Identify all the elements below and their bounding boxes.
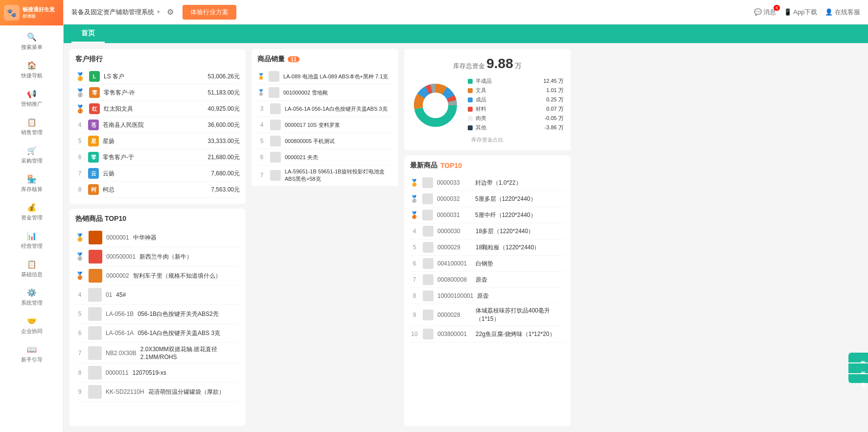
legend-item: 肉类 -0.05 万 — [468, 115, 564, 122]
legend-color-dot — [468, 79, 473, 84]
product-rank-item: 3 LA-056-1A 056-1A白色按键开关盖ABS 3克 — [257, 101, 392, 117]
sidebar-label-guide: 新手引导 — [21, 356, 43, 363]
rank-number: 6 — [410, 260, 419, 267]
sidebar-item-quick[interactable]: 🏠快捷导航 — [0, 56, 63, 84]
newest-product-item: 6 004100001 白钢垫 — [410, 256, 565, 272]
newest-product-img — [423, 274, 434, 285]
sidebar-label-inventory: 库存核算 — [21, 186, 43, 193]
rank-avatar: L — [89, 71, 100, 82]
silver-medal-icon: 🥈 — [257, 89, 265, 96]
legend-color-dot — [468, 88, 473, 93]
app-download-button[interactable]: 📱 App下载 — [784, 8, 817, 17]
online-service-button[interactable]: 👤 在线客服 — [825, 8, 860, 17]
legend-label: 文具 — [476, 87, 544, 94]
rank-number: 7 — [75, 170, 84, 177]
trial-button[interactable]: 体验行业方案 — [183, 5, 236, 20]
hot-product-item: 🥈 000500001 新西兰牛肉（新牛） — [75, 247, 240, 266]
sidebar-item-marketing[interactable]: 📢营销推广 — [0, 84, 63, 113]
gold-medal-icon: 🏅 — [257, 73, 265, 80]
settings-icon[interactable]: ⚙ — [167, 7, 174, 17]
sidebar-label-coop: 企业协同 — [21, 328, 43, 335]
float-btn-客服热线[interactable]: 客服热线 — [848, 353, 868, 362]
rank-number: 6 — [75, 330, 84, 336]
newest-product-code: 004100001 — [437, 260, 472, 267]
inventory-chart-row: 半成品 12.45 万 文具 1.01 万 成品 0.25 万 材料 0.07 … — [411, 77, 564, 133]
newest-product-name: 5厘中纤（1220*2440） — [475, 211, 565, 219]
rank-name: 苍南县人民医院 — [103, 121, 204, 129]
rank-value: 53,006.26元 — [208, 72, 240, 81]
inventory-icon: 🏪 — [27, 174, 37, 184]
rank-number: 8 — [75, 186, 84, 193]
system-icon: ⚙️ — [27, 288, 37, 297]
hot-product-name: 056-1B白色按键开关壳ABS2壳 — [137, 310, 240, 318]
hot-product-item: 6 LA-056-1A 056-1A白色按键开关盖ABS 3克 — [75, 324, 240, 343]
sidebar-item-finance[interactable]: 💰资金管理 — [0, 198, 63, 226]
sidebar-item-purchase[interactable]: 🛒采购管理 — [0, 141, 63, 169]
legend-item: 材料 0.07 万 — [468, 105, 564, 113]
rank-avatar: 柯 — [88, 184, 99, 195]
hot-products-title: 热销商品 TOP10 — [75, 215, 240, 223]
newest-product-img — [422, 210, 433, 220]
float-buttons: 客服热线服务社区直播 — [848, 353, 868, 383]
sales-icon: 📋 — [27, 118, 37, 127]
sidebar-label-purchase: 采购管理 — [21, 157, 43, 165]
rank-value: 7,680.00元 — [211, 169, 240, 178]
sidebar-item-search[interactable]: 🔍搜索菜单 — [0, 27, 63, 56]
hot-product-name: 45# — [116, 291, 240, 298]
sidebar-label-basic: 基础信息 — [21, 271, 43, 278]
sidebar-item-inventory[interactable]: 🏪库存核算 — [0, 169, 63, 198]
rank-number: 7 — [75, 350, 84, 357]
rank-name: 云扬 — [103, 169, 207, 178]
sidebar-item-basic[interactable]: 📋基础信息 — [0, 255, 63, 283]
hot-product-item: 9 KK-SD22110H 花语萌恒温分罐罐袋（厚款） — [75, 383, 240, 402]
product-thumbnail — [88, 366, 102, 380]
inventory-panel: 库存总资金 9.88 万 — [404, 49, 571, 150]
dropdown-arrow-icon[interactable]: ▾ — [157, 9, 160, 15]
legend-value: 1.01 万 — [547, 87, 564, 94]
hot-product-name: 12070519-xs — [133, 369, 240, 376]
rank-number: 5 — [75, 311, 84, 317]
newest-product-item: 7 000800008 原壶 — [410, 272, 565, 288]
silver-medal-icon: 🥈 — [410, 195, 418, 203]
hot-product-item: 5 LA-056-1B 056-1B白色按键开关壳ABS2壳 — [75, 305, 240, 324]
hot-product-name: 智利车子里（规格不知道填什么） — [133, 272, 240, 280]
rank-value: 36,600.00元 — [208, 121, 240, 129]
product-rank-name: 0000021 夹壳 — [285, 154, 392, 161]
product-rank-item: 🥈 001000002 雪地靴 — [257, 85, 392, 101]
legend-label: 成品 — [476, 96, 544, 103]
rank-number: 5 — [75, 138, 84, 144]
newest-product-list: 🏅 0000033 封边带（1.0*22）🥈 0000032 5厘多层（1220… — [410, 175, 565, 342]
message-button[interactable]: 💬 消息 6 — [754, 8, 777, 17]
sidebar-item-sales[interactable]: 📋销售管理 — [0, 113, 63, 141]
float-btn-直播[interactable]: 直播 — [848, 374, 868, 383]
quick-icon: 🏠 — [27, 61, 37, 70]
newest-product-img — [422, 193, 433, 204]
legend-color-dot — [468, 116, 473, 121]
tab-home[interactable]: 首页 — [71, 24, 105, 43]
rank-number: 10 — [410, 331, 419, 337]
sidebar-item-operation[interactable]: 📊经营管理 — [0, 226, 63, 255]
inventory-total-label: 库存总资金 — [453, 62, 485, 70]
product-thumbnail — [89, 250, 102, 264]
topbar-right: 💬 消息 6 📱 App下载 👤 在线客服 — [754, 8, 860, 17]
sidebar-item-guide[interactable]: 📖新手引导 — [0, 340, 63, 368]
float-btn-服务社区[interactable]: 服务社区 — [848, 363, 868, 373]
newest-product-img — [423, 290, 434, 301]
inventory-donut-chart — [411, 81, 460, 130]
legend-color-dot — [468, 97, 473, 102]
sidebar-label-sales: 销售管理 — [21, 129, 43, 136]
hot-product-code: 0000002 — [106, 272, 129, 279]
product-img-placeholder — [269, 71, 279, 82]
sidebar-item-coop[interactable]: 🤝企业协同 — [0, 312, 63, 340]
sidebar-label-system: 系统管理 — [21, 299, 43, 307]
hot-product-name: 新西兰牛肉（新牛） — [139, 253, 240, 261]
system-title: 装备及固定资产辅助管理系统 — [71, 8, 154, 17]
coop-icon: 🤝 — [27, 316, 37, 326]
hot-product-item: 8 0000011 12070519-xs — [75, 363, 240, 383]
inventory-legend: 半成品 12.45 万 文具 1.01 万 成品 0.25 万 材料 0.07 … — [468, 77, 564, 133]
legend-label: 半成品 — [476, 77, 540, 85]
main-content-row: 客户排行 🏅 L LS 客户 53,006.26元🥈 零 零售客户-许 51,1… — [69, 49, 862, 426]
rank-value: 33,333.00元 — [208, 137, 240, 145]
sidebar-label-marketing: 营销推广 — [21, 100, 43, 108]
sidebar-item-system[interactable]: ⚙️系统管理 — [0, 283, 63, 312]
